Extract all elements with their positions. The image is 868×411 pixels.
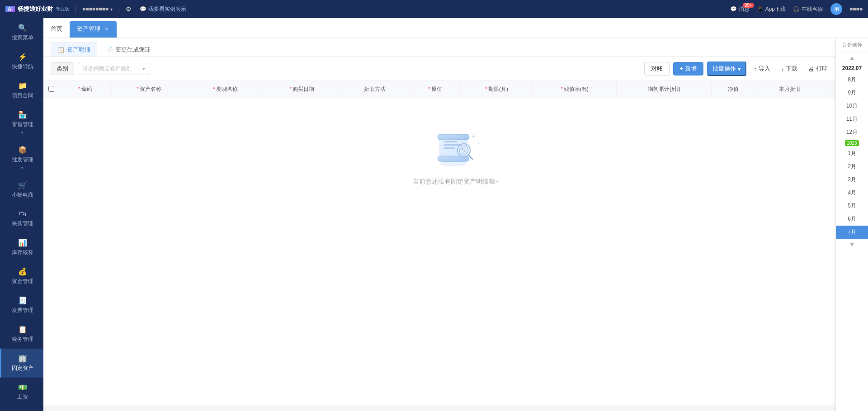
print-button[interactable]: 🖨 打印 [805, 62, 831, 75]
sidebar-item-search[interactable]: 🔍 搜索菜单 [0, 18, 43, 47]
demo-text: 我要看实例演示 [148, 5, 186, 13]
svg-text:✦: ✦ [474, 146, 476, 148]
ai-badge: Ai [5, 6, 15, 12]
quicknav-icon: ⚡ [18, 52, 27, 61]
sub-tab-detail[interactable]: 📋 资产明细 [51, 43, 97, 57]
app-download-btn[interactable]: 📱 App下载 [757, 5, 786, 13]
app-icon: 📱 [757, 6, 764, 12]
inventory-icon: 📊 [18, 238, 27, 247]
month-nav-up[interactable]: ▲ [847, 52, 858, 63]
demo-link[interactable]: 💬 我要看实例演示 [140, 5, 186, 13]
month-item-9[interactable]: 9月 [836, 86, 868, 99]
top-divider-1 [75, 5, 76, 13]
detail-tab-icon: 📋 [57, 47, 65, 53]
month-item-10[interactable]: 10月 [836, 99, 868, 113]
user-avatar[interactable]: 用 [830, 3, 842, 15]
month-item-2023-2[interactable]: 2月 [836, 160, 868, 173]
table-container[interactable]: *编码 *资产名称 *类别名称 *购买日期 折旧方法 *原值 *期限(月) *残… [43, 81, 868, 405]
purchase-icon: 🛍 [19, 210, 26, 218]
month-nav-down[interactable]: ▼ [847, 239, 858, 250]
wholesale-icon: 📦 [18, 146, 27, 154]
tab-home-label: 首页 [51, 25, 62, 33]
svg-point-10 [462, 148, 463, 150]
download-label: 下载 [786, 65, 797, 73]
select-all-checkbox[interactable] [48, 86, 54, 92]
online-service-btn[interactable]: 🎧 在线客服 [793, 5, 823, 13]
month-item-12[interactable]: 12月 [836, 126, 868, 139]
app-name: 畅捷通好业财 [18, 5, 53, 13]
batch-button[interactable]: 批量操作 ▾ [707, 61, 746, 76]
print-label: 打印 [816, 65, 828, 73]
sidebar-label-payroll: 工资 [17, 393, 28, 401]
sidebar-item-quicknav[interactable]: ⚡ 快捷导航 [0, 47, 43, 76]
category-placeholder: 请选择固定资产类别 [83, 65, 141, 73]
sidebar-item-retail[interactable]: 🏪 零售管理 ▾ [0, 105, 43, 140]
message-btn[interactable]: 💬 消息 99+ [730, 5, 750, 13]
online-service-label: 在线客服 [802, 5, 823, 13]
content-area: 首页 资产管理 ✕ 📋 资产明细 📄 变更生成凭证 [43, 18, 868, 411]
month-item-2023-6[interactable]: 6月 [836, 213, 868, 226]
app-edition: 专业版 [56, 6, 69, 12]
sidebar-label-project: 项目合同 [12, 92, 33, 99]
top-divider-2 [119, 5, 119, 13]
sidebar-item-invoice[interactable]: 🧾 发票管理 [0, 291, 43, 320]
svg-rect-3 [443, 144, 462, 146]
batch-label: 批量操作 [712, 65, 736, 73]
sidebar-item-inventory[interactable]: 📊 库存核算 [0, 233, 43, 262]
category-label: 类别 [51, 62, 74, 75]
reconcile-button[interactable]: 对账 [644, 62, 670, 76]
sidebar-item-tax[interactable]: 📋 税务管理 [0, 320, 43, 349]
sidebar-item-payroll[interactable]: 💵 工资 [0, 378, 43, 406]
sidebar-item-finance[interactable]: 💰 资金管理 [0, 262, 43, 291]
sidebar-item-fixedassets[interactable]: 🏢 固定资产 [0, 349, 43, 378]
fixedassets-icon: 🏢 [18, 354, 27, 363]
company-selector[interactable]: ■■■■■■■■ ▾ [82, 6, 113, 12]
import-button[interactable]: ↑ 导入 [750, 62, 774, 75]
sidebar-label-quicknav: 快捷导航 [12, 63, 33, 71]
retail-icon: 🏪 [18, 110, 27, 119]
sidebar-item-operations[interactable]: 📈 经营管理 [0, 406, 43, 411]
svg-rect-4 [443, 147, 455, 149]
month-item-2023-3[interactable]: 3月 [836, 173, 868, 186]
wholesale-arrow-icon: ▾ [21, 165, 24, 170]
sub-tab-voucher-label: 变更生成凭证 [115, 46, 151, 54]
tab-home[interactable]: 首页 [43, 21, 70, 38]
sidebar-item-purchase[interactable]: 🛍 采购管理 [0, 204, 43, 233]
tab-close-icon[interactable]: ✕ [103, 26, 109, 32]
empty-message: 当前您还没有固定资产明细哦~ [413, 178, 499, 186]
month-item-2023-1[interactable]: 1月 [836, 147, 868, 160]
category-select[interactable]: 请选择固定资产类别 ▾ [78, 63, 150, 75]
download-button[interactable]: ↓ 下载 [778, 62, 802, 75]
tab-asset-management[interactable]: 资产管理 ✕ [70, 21, 117, 38]
month-item-2023-5[interactable]: 5月 [836, 199, 868, 213]
project-icon: 📁 [18, 81, 27, 90]
sidebar-label-inventory: 库存核算 [12, 249, 33, 256]
year-badge-tag: 2023 [845, 140, 859, 146]
top-bar: Ai 畅捷通好业财 专业版 ■■■■■■■■ ▾ ⚙ 💬 我要看实例演示 💬 消… [0, 0, 868, 18]
username: ■■■■ [849, 6, 863, 12]
sidebar-label-wholesale: 批发管理 [12, 156, 33, 164]
month-selector-header: 月份选择 [836, 38, 868, 52]
settings-icon[interactable]: ⚙ [126, 5, 132, 13]
add-button[interactable]: + 新增 [673, 62, 703, 76]
sidebar-item-wholesale[interactable]: 📦 批发管理 ▾ [0, 140, 43, 175]
tax-icon: 📋 [18, 325, 27, 334]
month-item-8[interactable]: 8月 [836, 73, 868, 86]
top-bar-right: 💬 消息 99+ 📱 App下载 🎧 在线客服 用 ■■■■ [730, 3, 863, 15]
sub-tab-voucher[interactable]: 📄 变更生成凭证 [99, 43, 157, 57]
col-name: *资产名称 [111, 81, 187, 98]
col-original-value: *原值 [410, 81, 461, 98]
month-item-2023-7[interactable]: 7月 [836, 226, 868, 239]
print-icon: 🖨 [808, 66, 814, 72]
payroll-icon: 💵 [18, 383, 27, 392]
invoice-icon: 🧾 [18, 296, 27, 305]
month-item-11[interactable]: 11月 [836, 113, 868, 126]
message-icon: 💬 [730, 6, 737, 12]
checkbox-header [43, 81, 60, 98]
sidebar-item-ecommerce[interactable]: 🛒 小畅电商 [0, 175, 43, 204]
nav-tabs-bar: 首页 资产管理 ✕ [43, 18, 868, 38]
sidebar-label-fixedassets: 固定资产 [12, 364, 33, 372]
bottom-scrollbar[interactable] [43, 405, 868, 411]
month-item-2023-4[interactable]: 4月 [836, 186, 868, 199]
sidebar-item-project[interactable]: 📁 项目合同 [0, 76, 43, 105]
